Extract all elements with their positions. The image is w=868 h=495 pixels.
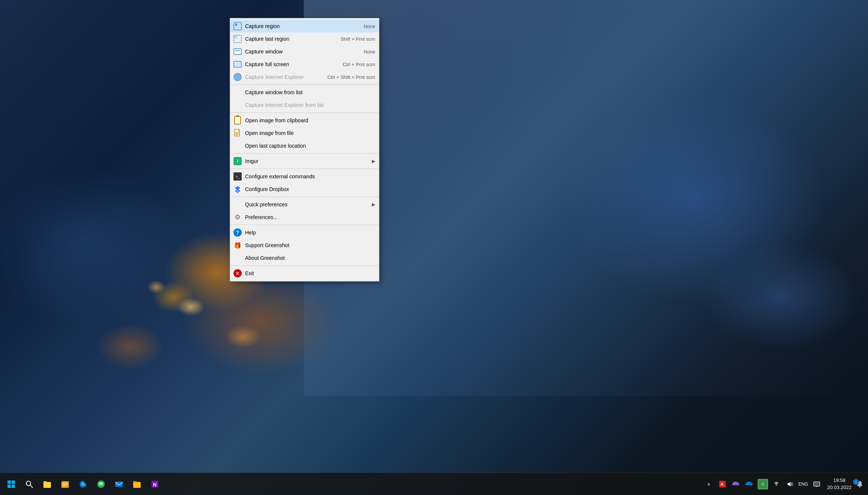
- open-last-capture-label: Open last capture location: [245, 143, 375, 149]
- context-menu: Capture region None Capture last region …: [230, 18, 379, 282]
- about-label: About Greenshot: [245, 255, 375, 261]
- exit-label: Exit: [245, 270, 375, 276]
- menu-item-capture-region[interactable]: Capture region None: [230, 20, 379, 33]
- capture-region-label: Capture region: [245, 23, 361, 29]
- menu-item-capture-ie-list: Capture Internet Explorer from list: [230, 99, 379, 111]
- menu-item-help[interactable]: ? Help: [230, 226, 379, 239]
- imgur-arrow: ▶: [372, 159, 375, 164]
- file-explorer-button[interactable]: [39, 476, 55, 492]
- svg-rect-34: [816, 486, 818, 487]
- menu-item-support[interactable]: 🎁 Support Greenshot: [230, 239, 379, 252]
- menu-item-capture-ie: Capture Internet Explorer Ctrl + Shift +…: [230, 71, 379, 83]
- help-icon: ?: [233, 228, 242, 237]
- menu-item-about[interactable]: About Greenshot: [230, 252, 379, 264]
- menu-item-imgur[interactable]: i Imgur ▶: [230, 155, 379, 167]
- capture-window-list-label: Capture window from list: [245, 89, 375, 95]
- configure-dropbox-label: Configure Dropbox: [245, 186, 375, 192]
- edge-button[interactable]: [75, 476, 91, 492]
- dropbox-icon: [233, 185, 242, 194]
- spotify-button[interactable]: [93, 476, 109, 492]
- imgur-label: Imgur: [245, 158, 367, 164]
- taskbar: N ∧ A G: [0, 473, 868, 495]
- svg-point-36: [859, 486, 861, 488]
- capture-ie-list-label: Capture Internet Explorer from list: [245, 102, 375, 108]
- capture-last-region-label: Capture last region: [245, 36, 337, 42]
- separator-5: [230, 197, 379, 197]
- clock-time: 19:58: [833, 477, 846, 484]
- capture-region-shortcut: None: [364, 24, 375, 29]
- last-region-icon: [233, 34, 242, 43]
- menu-item-preferences[interactable]: ⚙ Preferences...: [230, 211, 379, 224]
- cmd-icon: >_: [233, 172, 242, 181]
- svg-rect-1: [234, 35, 237, 39]
- svg-marker-8: [235, 187, 240, 190]
- menu-item-open-last-capture[interactable]: Open last capture location: [230, 139, 379, 152]
- separator-4: [230, 169, 379, 169]
- quick-preferences-label: Quick preferences: [245, 202, 367, 207]
- greenshot-tray-icon[interactable]: G: [757, 478, 769, 490]
- help-label: Help: [245, 230, 375, 236]
- configure-external-label: Configure external commands: [245, 173, 375, 179]
- gift-icon: 🎁: [233, 241, 242, 250]
- tray-overflow-button[interactable]: ∧: [703, 478, 715, 490]
- language-indicator[interactable]: ENG: [797, 478, 809, 490]
- network-icon[interactable]: [770, 478, 782, 490]
- speaker-icon[interactable]: [784, 478, 796, 490]
- clock-area[interactable]: 19:58 20.03.2022: [824, 476, 855, 492]
- window-icon: [233, 47, 242, 56]
- capture-last-region-shortcut: Shift + Prnt scrn: [340, 36, 375, 42]
- capture-window-shortcut: None: [364, 49, 375, 55]
- menu-item-exit[interactable]: ✕ Exit: [230, 267, 379, 280]
- clipboard-icon: [233, 116, 242, 125]
- separator-1: [230, 84, 379, 85]
- notification-area[interactable]: 1: [856, 480, 864, 488]
- menu-item-open-clipboard[interactable]: Open image from clipboard: [230, 114, 379, 127]
- svg-rect-24: [133, 482, 141, 488]
- files-app-button[interactable]: [57, 476, 73, 492]
- svg-rect-11: [12, 480, 15, 484]
- menu-item-capture-window[interactable]: Capture window None: [230, 45, 379, 58]
- display-icon[interactable]: [811, 478, 823, 490]
- capture-full-screen-shortcut: Ctrl + Prnt scrn: [343, 62, 375, 67]
- menu-item-open-file[interactable]: Open image from file: [230, 127, 379, 139]
- svg-marker-31: [788, 482, 791, 486]
- svg-rect-19: [62, 483, 68, 483]
- svg-point-14: [26, 481, 31, 486]
- menu-item-quick-preferences[interactable]: Quick preferences ▶: [230, 198, 379, 211]
- svg-rect-33: [814, 483, 819, 485]
- menu-item-capture-window-list[interactable]: Capture window from list: [230, 86, 379, 99]
- svg-rect-10: [7, 480, 11, 484]
- capture-ie-shortcut: Ctrl + Shift + Prnt scrn: [327, 74, 375, 80]
- onedrive-blue-icon[interactable]: [743, 478, 755, 490]
- svg-rect-13: [12, 485, 15, 488]
- no-icon-1: [233, 88, 242, 97]
- capture-window-label: Capture window: [245, 49, 361, 55]
- menu-item-configure-external[interactable]: >_ Configure external commands: [230, 170, 379, 183]
- menu-item-capture-last-region[interactable]: Capture last region Shift + Prnt scrn: [230, 33, 379, 45]
- menu-item-configure-dropbox[interactable]: Configure Dropbox: [230, 183, 379, 196]
- svg-rect-23: [115, 482, 123, 487]
- separator-6: [230, 225, 379, 225]
- explorer2-button[interactable]: [129, 476, 145, 492]
- svg-rect-20: [62, 484, 68, 485]
- support-label: Support Greenshot: [245, 242, 375, 248]
- search-button[interactable]: [21, 476, 37, 492]
- exit-icon: ✕: [233, 269, 242, 278]
- svg-rect-12: [7, 485, 11, 488]
- menu-item-capture-full-screen[interactable]: Capture full screen Ctrl + Prnt scrn: [230, 58, 379, 71]
- fullscreen-icon: [233, 60, 242, 69]
- onenote-button[interactable]: N: [147, 476, 163, 492]
- capture-ie-label: Capture Internet Explorer: [245, 74, 324, 80]
- ie-icon: [233, 73, 242, 82]
- taskbar-left: N: [0, 476, 163, 492]
- no-icon-3: [233, 141, 242, 150]
- no-icon-5: [233, 253, 242, 262]
- onedrive-purple-icon[interactable]: [730, 478, 742, 490]
- svg-rect-16: [43, 482, 51, 488]
- start-button[interactable]: [3, 476, 19, 492]
- mail-button[interactable]: [111, 476, 127, 492]
- no-icon-2: [233, 101, 242, 110]
- svg-text:A: A: [721, 482, 723, 486]
- antivirus-icon[interactable]: A: [716, 478, 728, 490]
- svg-rect-17: [43, 481, 47, 483]
